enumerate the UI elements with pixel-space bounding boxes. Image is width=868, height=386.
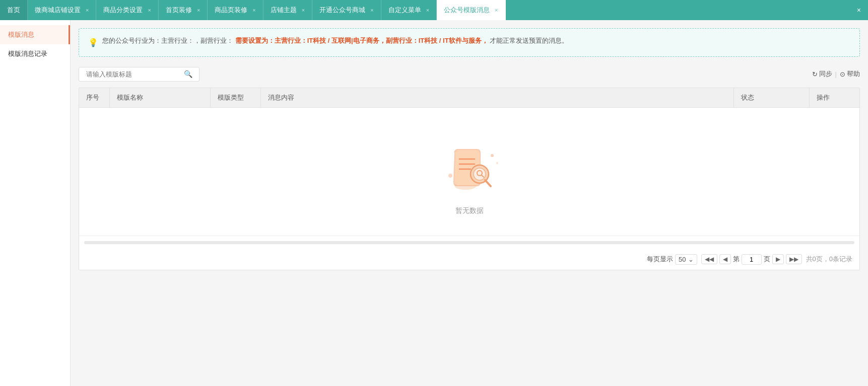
col-header-type: 模版类型 <box>210 88 260 108</box>
sidebar-item-template-msg[interactable]: 模版消息 <box>0 25 70 44</box>
page-next-button[interactable]: ▶ <box>772 254 784 264</box>
search-row: 🔍 ↻ 同步 | ⊙ 帮助 <box>79 67 860 82</box>
col-header-status: 状态 <box>733 88 809 108</box>
help-button[interactable]: ⊙ 帮助 <box>840 69 860 79</box>
empty-text: 暂无数据 <box>455 206 484 215</box>
content-area: 💡 您的公众号行业为：主营行业：，副营行业： 需要设置为：主营行业：IT科技 /… <box>71 20 868 386</box>
nav-tab-shop-theme[interactable]: 店铺主题 × <box>263 0 312 20</box>
col-header-name: 模版名称 <box>109 88 210 108</box>
page-total: 共0页，0条记录 <box>806 255 852 264</box>
nav-tab-shop-settings[interactable]: 微商城店铺设置 × <box>28 0 96 20</box>
page-number-input[interactable] <box>742 254 762 265</box>
data-table-wrapper: 序号 模版名称 模版类型 消息内容 状态 <box>79 88 860 270</box>
col-header-action: 操作 <box>809 88 859 108</box>
col-header-content: 消息内容 <box>260 88 733 108</box>
nav-tab-custom-menu[interactable]: 自定义菜单 × <box>381 0 437 20</box>
empty-illustration <box>439 138 500 198</box>
nav-tab-home-decor[interactable]: 首页装修 × <box>159 0 208 20</box>
close-tab-wechat-shop[interactable]: × <box>370 7 373 13</box>
actions-divider: | <box>835 70 837 78</box>
svg-point-10 <box>496 162 498 164</box>
notice-icon: 💡 <box>88 36 98 49</box>
close-tab-shop-theme[interactable]: × <box>302 7 305 13</box>
close-tab-template-msg[interactable]: × <box>495 7 498 13</box>
page-size-dropdown[interactable]: 50 ⌄ <box>675 254 697 265</box>
page-last-button[interactable]: ▶▶ <box>786 254 802 264</box>
close-tab-product-decor[interactable]: × <box>252 7 255 13</box>
dropdown-chevron-icon: ⌄ <box>688 256 694 263</box>
empty-state: 暂无数据 <box>79 108 859 236</box>
svg-line-6 <box>485 180 491 186</box>
svg-point-9 <box>491 154 494 157</box>
page-prev-button[interactable]: ◀ <box>719 254 731 264</box>
notice-text: 您的公众号行业为：主营行业：，副营行业： 需要设置为：主营行业：IT科技 / 互… <box>102 36 568 46</box>
search-input-wrap: 🔍 <box>79 67 199 82</box>
col-header-index: 序号 <box>79 88 109 108</box>
page-size-select: 每页显示 50 ⌄ <box>647 254 697 265</box>
page-first-button[interactable]: ◀◀ <box>701 254 717 264</box>
nav-tab-product-decor[interactable]: 商品页装修 × <box>208 0 263 20</box>
search-input[interactable] <box>83 67 184 81</box>
sync-button[interactable]: ↻ 同步 <box>812 69 832 79</box>
page-nav: ◀◀ ◀ 第 页 ▶ ▶▶ <box>701 254 802 265</box>
horizontal-scrollbar[interactable] <box>79 236 859 249</box>
nav-tab-wechat-shop[interactable]: 开通公众号商城 × <box>312 0 381 20</box>
table-header: 序号 模版名称 模版类型 消息内容 状态 <box>79 88 859 108</box>
notice-box: 💡 您的公众号行业为：主营行业：，副营行业： 需要设置为：主营行业：IT科技 /… <box>79 28 860 57</box>
main-layout: 模版消息 模版消息记录 💡 您的公众号行业为：主营行业：，副营行业： 需要设置为… <box>0 20 868 386</box>
sidebar-item-template-msg-record[interactable]: 模版消息记录 <box>0 44 70 63</box>
svg-point-11 <box>448 174 452 178</box>
nav-tab-category[interactable]: 商品分类设置 × <box>96 0 158 20</box>
nav-tab-template-msg[interactable]: 公众号模版消息 × <box>437 0 505 20</box>
sidebar: 模版消息 模版消息记录 <box>0 20 71 386</box>
scrollbar-track <box>84 241 854 244</box>
pagination-row: 每页显示 50 ⌄ ◀◀ ◀ 第 页 ▶ ▶▶ 共0页，0条记录 <box>79 249 859 270</box>
nav-tab-home[interactable]: 首页 <box>0 0 28 20</box>
search-icon[interactable]: 🔍 <box>184 70 192 78</box>
svg-point-5 <box>474 168 486 180</box>
close-tab-shop-settings[interactable]: × <box>86 7 89 13</box>
help-icon: ⊙ <box>840 70 845 78</box>
table-body: 暂无数据 <box>79 107 859 236</box>
sync-icon: ↻ <box>812 70 818 78</box>
close-tab-home-decor[interactable]: × <box>197 7 200 13</box>
close-all-tabs[interactable]: × <box>850 6 868 14</box>
top-nav: 首页 微商城店铺设置 × 商品分类设置 × 首页装修 × 商品页装修 × 店铺主… <box>0 0 868 20</box>
close-tab-category[interactable]: × <box>148 7 151 13</box>
data-table: 序号 模版名称 模版类型 消息内容 状态 <box>79 88 859 236</box>
search-actions: ↻ 同步 | ⊙ 帮助 <box>812 69 860 79</box>
close-tab-custom-menu[interactable]: × <box>426 7 429 13</box>
